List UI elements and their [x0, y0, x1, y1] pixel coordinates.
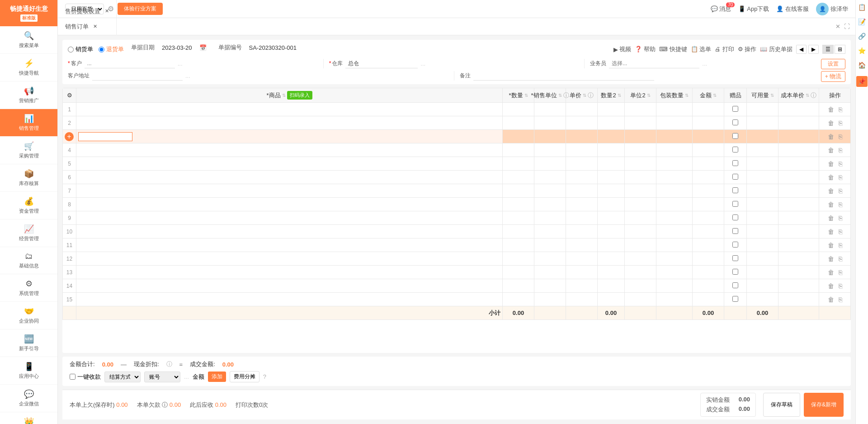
experience-btn[interactable]: 体验行业方案 [118, 3, 163, 15]
remark-input[interactable] [473, 71, 654, 81]
cost-cell-1[interactable] [778, 103, 819, 116]
amount-cell-10[interactable] [693, 225, 724, 238]
amount-cell-1[interactable] [693, 103, 724, 116]
gift-checkbox-4[interactable] [732, 147, 738, 152]
th-unit-info[interactable]: ⓘ [563, 91, 569, 100]
copy-row-10[interactable]: ⎘ [837, 228, 844, 236]
amount-cell-7[interactable] [693, 184, 724, 198]
unit2-cell-8[interactable] [625, 198, 656, 211]
gift-checkbox-2[interactable] [732, 119, 738, 125]
unit2-cell-10[interactable] [625, 225, 656, 238]
radio-delivery-input[interactable] [68, 47, 74, 52]
help-btn[interactable]: ❓ 帮助 [635, 45, 656, 53]
th-amount-sort[interactable]: ⇅ [713, 93, 717, 98]
gift-checkbox-1[interactable] [732, 106, 738, 112]
unit2-cell-6[interactable] [625, 171, 656, 184]
unit2-cell-4[interactable] [625, 143, 656, 157]
history-btn[interactable]: 📖 历史单据 [760, 45, 793, 53]
copy-row-7[interactable]: ⎘ [837, 187, 844, 195]
delete-row-1[interactable]: 🗑 [826, 105, 835, 114]
gift-cell-14[interactable] [724, 279, 747, 293]
unit2-cell-7[interactable] [625, 184, 656, 198]
copy-row-12[interactable]: ⎘ [837, 255, 844, 263]
product-cell-15[interactable] [76, 293, 503, 306]
copy-row-5[interactable]: ⎘ [837, 160, 844, 168]
delete-row-4[interactable]: 🗑 [826, 146, 835, 154]
unit2-cell-1[interactable] [625, 103, 656, 116]
warehouse-input[interactable] [345, 59, 418, 68]
close-window-icon[interactable]: ✕ [835, 23, 840, 30]
pkgqty-cell-3[interactable] [656, 130, 693, 143]
cost-cell-15[interactable] [778, 293, 819, 306]
product-cell-2[interactable] [76, 116, 503, 130]
qty2-cell-5[interactable] [598, 157, 625, 171]
gift-checkbox-11[interactable] [732, 242, 738, 248]
cost-cell-8[interactable] [778, 198, 819, 211]
delete-row-7[interactable]: 🗑 [826, 187, 835, 195]
delete-row-10[interactable]: 🗑 [826, 228, 835, 236]
cost-cell-11[interactable] [778, 238, 819, 252]
th-qty2-sort[interactable]: ⇅ [618, 93, 621, 98]
sidebar-item-corp[interactable]: 🤝 企业协同 [0, 302, 57, 329]
unit-cell-7[interactable] [534, 184, 566, 198]
gear-icon[interactable]: ⚙ [67, 92, 72, 99]
rp-icon6[interactable]: 📌 [856, 76, 868, 87]
product-cell-4[interactable] [76, 143, 503, 157]
pkgqty-cell-7[interactable] [656, 184, 693, 198]
available-cell-14[interactable] [747, 279, 778, 293]
next-history-btn[interactable]: ▶ [808, 45, 819, 54]
th-available-sort[interactable]: ⇅ [770, 93, 774, 98]
available-cell-15[interactable] [747, 293, 778, 306]
gift-cell-4[interactable] [724, 143, 747, 157]
gift-cell-1[interactable] [724, 103, 747, 116]
gift-cell-10[interactable] [724, 225, 747, 238]
video-btn[interactable]: ▶ 视频 [613, 45, 631, 53]
sidebar-item-search[interactable]: 🔍 搜索菜单 [0, 26, 57, 54]
amount-cell-3[interactable] [693, 130, 724, 143]
copy-row-11[interactable]: ⎘ [837, 241, 844, 249]
sidebar-item-shortcut[interactable]: ⚡ 快捷导航 [0, 54, 57, 81]
th-pkgqty-sort[interactable]: ⇅ [685, 93, 689, 98]
salesperson-more-icon[interactable]: ... [702, 60, 707, 67]
sidebar-item-business[interactable]: 📈 经营管理 [0, 219, 57, 247]
unit-cell-3[interactable] [534, 130, 566, 143]
qty-cell-1[interactable] [503, 103, 534, 116]
qty2-cell-7[interactable] [598, 184, 625, 198]
print-btn[interactable]: 🖨 打印 [715, 45, 734, 53]
logistics-btn[interactable]: + 物流 [821, 71, 845, 82]
price-cell-10[interactable] [566, 225, 598, 238]
amount-cell-13[interactable] [693, 266, 724, 279]
delete-row-6[interactable]: 🗑 [826, 173, 835, 181]
price-cell-8[interactable] [566, 198, 598, 211]
account-select[interactable]: 账号 [144, 372, 180, 382]
qty2-cell-11[interactable] [598, 238, 625, 252]
view-list-btn[interactable]: ☰ [822, 45, 834, 54]
user-area[interactable]: 👤 徐泽华 [816, 3, 848, 15]
copy-row-13[interactable]: ⎘ [837, 268, 844, 276]
product-cell-10[interactable] [76, 225, 503, 238]
discount-info[interactable]: ⓘ [166, 360, 172, 368]
settings-btn[interactable]: 设置 [821, 59, 845, 69]
pkgqty-cell-5[interactable] [656, 157, 693, 171]
qty2-cell-13[interactable] [598, 266, 625, 279]
available-cell-13[interactable] [747, 266, 778, 279]
available-cell-10[interactable] [747, 225, 778, 238]
gift-cell-13[interactable] [724, 266, 747, 279]
cost-cell-9[interactable] [778, 211, 819, 225]
qty-cell-5[interactable] [503, 157, 534, 171]
price-cell-1[interactable] [566, 103, 598, 116]
gift-checkbox-9[interactable] [732, 214, 738, 220]
rp-icon2[interactable]: 📝 [858, 18, 866, 25]
product-cell-5[interactable] [76, 157, 503, 171]
gift-cell-6[interactable] [724, 171, 747, 184]
unit-cell-14[interactable] [534, 279, 566, 293]
radio-return-input[interactable] [99, 47, 104, 52]
cost-cell-6[interactable] [778, 171, 819, 184]
qty2-cell-4[interactable] [598, 143, 625, 157]
price-cell-4[interactable] [566, 143, 598, 157]
pkgqty-cell-10[interactable] [656, 225, 693, 238]
pkgqty-cell-1[interactable] [656, 103, 693, 116]
salesperson-input[interactable] [609, 59, 699, 68]
th-unit2-sort[interactable]: ⇅ [647, 93, 651, 98]
unit2-cell-15[interactable] [625, 293, 656, 306]
